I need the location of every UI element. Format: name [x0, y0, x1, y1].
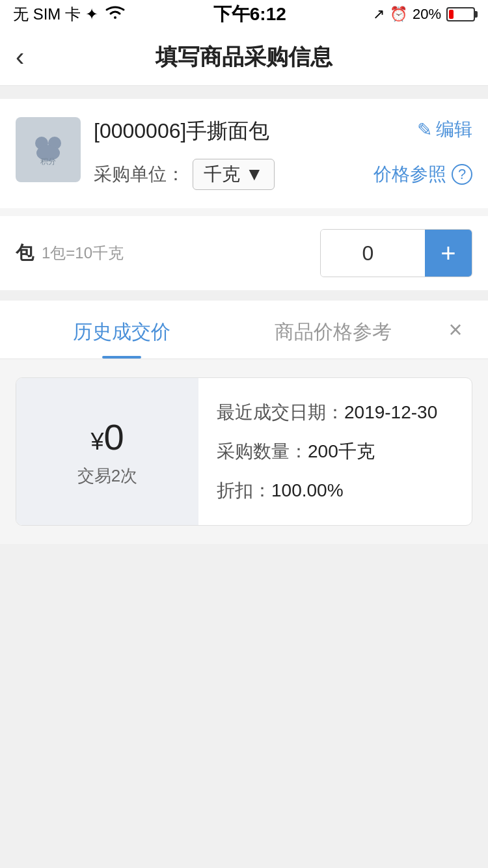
- qty-conversion: 1包=10千克: [42, 243, 124, 264]
- qty-unit-badge: 包: [16, 241, 34, 265]
- unit-select[interactable]: 千克 ▼: [193, 159, 275, 190]
- price-card: ¥0 交易2次 最近成交日期：2019-12-30 采购数量：200千克 折扣：…: [16, 377, 472, 526]
- battery-icon: [446, 7, 475, 21]
- dropdown-arrow-icon: ▼: [245, 164, 264, 185]
- product-card: 积分 [0000006]手撕面包 ✎ 编辑 采购单位： 千克 ▼ 价格参照 ?: [0, 99, 488, 208]
- product-header: [0000006]手撕面包 ✎ 编辑: [94, 117, 472, 146]
- status-left: 无 SIM 卡 ✦: [13, 3, 127, 25]
- page-title: 填写商品采购信息: [156, 42, 332, 72]
- price-amount: ¥0: [90, 416, 124, 458]
- product-thumbnail: 积分: [16, 117, 81, 182]
- edit-icon: ✎: [417, 119, 432, 141]
- product-name: [0000006]手撕面包: [94, 117, 269, 146]
- product-row: 采购单位： 千克 ▼ 价格参照 ?: [94, 159, 472, 190]
- price-trades: 交易2次: [77, 465, 137, 487]
- edit-button[interactable]: ✎ 编辑: [417, 117, 472, 142]
- price-left-panel: ¥0 交易2次: [16, 378, 198, 525]
- product-info: [0000006]手撕面包 ✎ 编辑 采购单位： 千克 ▼ 价格参照 ?: [94, 117, 472, 190]
- detail-date: 最近成交日期：2019-12-30: [217, 399, 454, 426]
- status-time: 下午6:12: [213, 2, 286, 27]
- nav-bar: ‹ 填写商品采购信息: [0, 29, 488, 86]
- detail-discount: 折扣：100.00%: [217, 477, 454, 504]
- tab-price-ref[interactable]: 商品价格参考: [227, 301, 439, 359]
- tab-close-button[interactable]: ×: [439, 313, 472, 347]
- price-right-panel: 最近成交日期：2019-12-30 采购数量：200千克 折扣：100.00%: [198, 378, 472, 525]
- qty-plus-button[interactable]: +: [425, 230, 472, 277]
- tab-history-price[interactable]: 历史成交价: [16, 301, 227, 359]
- price-card-area: ¥0 交易2次 最近成交日期：2019-12-30 采购数量：200千克 折扣：…: [0, 359, 488, 544]
- battery-percent: 20%: [413, 6, 441, 23]
- wifi-icon: [103, 3, 127, 25]
- quantity-bar: 包 1包=10千克 +: [0, 216, 488, 290]
- qty-unit-info: 包 1包=10千克: [16, 241, 307, 265]
- unit-label: 采购单位：: [94, 162, 185, 187]
- price-ref-button[interactable]: 价格参照 ?: [373, 162, 472, 187]
- tabs-container: 历史成交价 商品价格参考 ×: [0, 301, 488, 359]
- detail-qty: 采购数量：200千克: [217, 438, 454, 465]
- alarm-icon: ⏰: [390, 6, 407, 23]
- help-icon: ?: [452, 164, 472, 185]
- location-icon: ↗: [373, 6, 385, 23]
- status-right: ↗ ⏰ 20%: [373, 6, 475, 23]
- tab-underline: [102, 356, 141, 359]
- sim-status: 无 SIM 卡 ✦: [13, 4, 98, 25]
- section-divider: [0, 208, 488, 216]
- back-button[interactable]: ‹: [16, 42, 24, 72]
- status-bar: 无 SIM 卡 ✦ 下午6:12 ↗ ⏰ 20%: [0, 0, 488, 29]
- qty-input-wrap: +: [320, 229, 472, 277]
- unit-section: 采购单位： 千克 ▼: [94, 159, 275, 190]
- quantity-input[interactable]: [321, 230, 425, 277]
- svg-text:积分: 积分: [40, 157, 56, 166]
